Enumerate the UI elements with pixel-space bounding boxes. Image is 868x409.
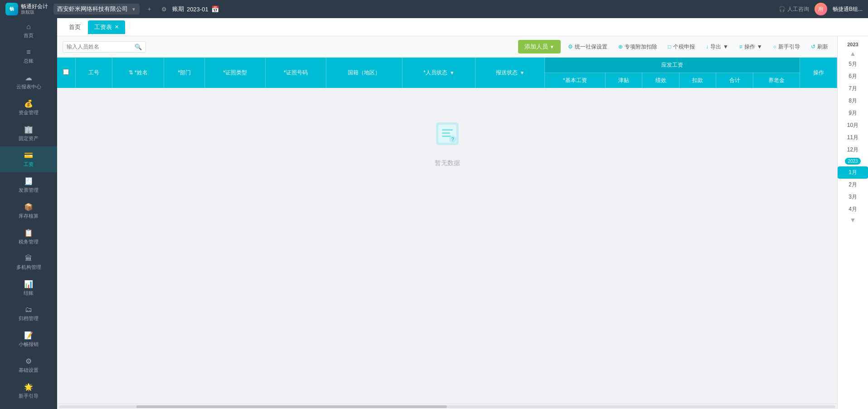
cal-month-7[interactable]: 7月 [838, 83, 868, 95]
empty-text: 暂无数据 [435, 159, 460, 167]
sidebar-item-tax[interactable]: 📋 税务管理 [0, 224, 57, 250]
th-allowance: 津贴 [605, 73, 642, 88]
cal-month-6[interactable]: 6月 [838, 70, 868, 83]
sidebar-item-home[interactable]: ⌂ 首页 [0, 18, 57, 44]
inventory-icon: 📦 [24, 203, 33, 211]
cal-month-11[interactable]: 11月 [838, 131, 868, 144]
operation-btn[interactable]: ≡ 操作 ▼ [736, 41, 766, 53]
cal-month-12[interactable]: 12月 [838, 144, 868, 156]
sidebar-item-invoice[interactable]: 🧾 发票管理 [0, 172, 57, 198]
cal-month-9[interactable]: 9月 [838, 107, 868, 119]
sidebar-item-assets[interactable]: 🏢 固定资产 [0, 121, 57, 146]
cal-year-badge: 2023 [845, 158, 860, 165]
export-btn[interactable]: ↓ 导出 ▼ [702, 41, 732, 53]
status-filter-icon[interactable]: ▼ [450, 70, 454, 75]
sidebar-item-vip[interactable]: V 畅会员 [0, 404, 57, 409]
close-icon: 📊 [24, 280, 33, 288]
sidebar-item-cloud-report[interactable]: ☁ 云报表中心 [0, 69, 57, 95]
special-deduction-btn[interactable]: ⊕ 专项附加扣除 [615, 41, 661, 53]
th-report-status: 报送状态 ▼ [475, 58, 545, 88]
cal-month-10[interactable]: 10月 [838, 119, 868, 131]
guide-btn[interactable]: ○ 新手引导 [770, 41, 804, 53]
add-company-btn[interactable]: ＋ [143, 3, 156, 15]
add-dropdown-arrow: ▼ [550, 44, 554, 49]
tax-icon: 📋 [24, 229, 33, 237]
checkbox-header[interactable] [57, 58, 75, 88]
th-base-salary: *基本工资 [545, 73, 606, 88]
logo-icon: 畅 [5, 3, 18, 15]
sidebar-item-multi-org[interactable]: 🏛 多机构管理 [0, 250, 57, 275]
invoice-icon: 🧾 [24, 177, 33, 185]
th-id: 工号 [75, 58, 112, 88]
deduction-icon: ⊕ [618, 44, 623, 50]
select-all-checkbox[interactable] [63, 69, 69, 75]
company-dropdown-arrow: ▼ [131, 7, 136, 12]
scroll-track [59, 405, 835, 408]
cal-up-nav[interactable]: ▲ [849, 49, 857, 58]
tab-home[interactable]: 首页 [63, 20, 87, 34]
th-nationality: 国籍（地区） [326, 58, 402, 88]
sidebar-item-salary[interactable]: 💳 工资 [0, 146, 57, 172]
report-filter-icon[interactable]: ▼ [520, 70, 524, 75]
sidebar-item-basic-settings[interactable]: ⚙ 基础设置 [0, 352, 57, 378]
cal-year-header: 2023 [847, 40, 858, 49]
th-payable-group: 应发工资 [545, 58, 800, 73]
empty-state: ? 暂无数据 [57, 88, 837, 195]
cal-month-2[interactable]: 2月 [838, 179, 868, 191]
service-btn[interactable]: 🎧 人工咨询 [779, 5, 809, 13]
tab-salary-table[interactable]: 工资表 ✕ [88, 20, 125, 34]
table-container: 工号 ⇅ *姓名 *部门 *证照类型 *证照号码 国籍（地区） *人员状态 ▼ [57, 58, 837, 404]
empty-icon: ? [429, 116, 466, 152]
th-total: 合计 [716, 73, 753, 88]
cal-month-8[interactable]: 8月 [838, 95, 868, 107]
ledger-icon: ≡ [26, 48, 30, 56]
th-pension: 养老金 [753, 73, 800, 88]
logo-text: 畅通好会计 旗舰版 [21, 3, 48, 15]
tax-filing-btn[interactable]: □ 个税申报 [664, 41, 698, 53]
period-calendar-btn[interactable]: 📅 [211, 5, 219, 13]
svg-rect-3 [442, 132, 450, 134]
cal-month-4[interactable]: 4月 [838, 203, 868, 215]
company-selector[interactable]: 西安虾米网络科技有限公司 ▼ [53, 4, 140, 15]
cal-month-5[interactable]: 5月 [838, 58, 868, 70]
bottom-scrollbar[interactable] [57, 404, 837, 409]
sidebar-item-archive[interactable]: 🗂 归档管理 [0, 301, 57, 326]
th-id-num: *证照号码 [265, 58, 326, 88]
content-area: 首页 工资表 ✕ 🔍 [57, 18, 868, 409]
add-person-btn[interactable]: 添加人员 ▼ [518, 40, 561, 54]
headset-icon: 🎧 [779, 6, 786, 12]
toolbar: 🔍 添加人员 ▼ ⚙ 统一社保设置 [57, 36, 837, 58]
scroll-thumb[interactable] [136, 405, 447, 408]
operation-dropdown-arrow: ▼ [757, 44, 762, 50]
top-bar-right: 🎧 人工咨询 用 畅捷通B组... [779, 3, 863, 15]
sort-icon: ⇅ [129, 69, 133, 76]
cal-down-nav[interactable]: ▼ [849, 215, 857, 224]
cal-month-3[interactable]: 3月 [838, 191, 868, 203]
refresh-btn[interactable]: ↺ 刷新 [807, 41, 832, 53]
settings-btn[interactable]: ⚙ [158, 3, 170, 15]
page-content: 🔍 添加人员 ▼ ⚙ 统一社保设置 [57, 36, 837, 409]
user-name[interactable]: 畅捷通B组... [833, 5, 863, 13]
sidebar-item-guide[interactable]: 🌟 新手引导 [0, 378, 57, 404]
assets-icon: 🏢 [24, 125, 33, 134]
toolbar-right: 添加人员 ▼ ⚙ 统一社保设置 ⊕ 专项附加扣除 [518, 40, 832, 54]
sidebar-item-ledger[interactable]: ≡ 总账 [0, 44, 57, 69]
th-performance: 绩效 [642, 73, 679, 88]
th-deduction: 扣款 [679, 73, 716, 88]
guide-icon: 🌟 [24, 383, 33, 391]
operation-icon: ≡ [739, 44, 742, 50]
sidebar-item-inventory[interactable]: 📦 库存核算 [0, 198, 57, 224]
sidebar-item-funds[interactable]: 💰 资金管理 [0, 95, 57, 121]
svg-rect-2 [442, 129, 453, 131]
logo: 畅 畅通好会计 旗舰版 [5, 3, 48, 15]
cal-month-1[interactable]: 1月 [838, 166, 868, 179]
social-insurance-btn[interactable]: ⚙ 统一社保设置 [564, 41, 611, 53]
sidebar-item-expense[interactable]: 📝 小畅报销 [0, 326, 57, 352]
search-input[interactable] [67, 44, 135, 50]
close-tab-icon[interactable]: ✕ [115, 24, 119, 30]
svg-text:?: ? [451, 137, 454, 142]
tab-bar: 首页 工资表 ✕ [57, 18, 868, 36]
cloud-icon: ☁ [25, 73, 32, 82]
refresh-icon: ↺ [811, 44, 815, 50]
sidebar-item-close[interactable]: 📊 结账 [0, 275, 57, 301]
